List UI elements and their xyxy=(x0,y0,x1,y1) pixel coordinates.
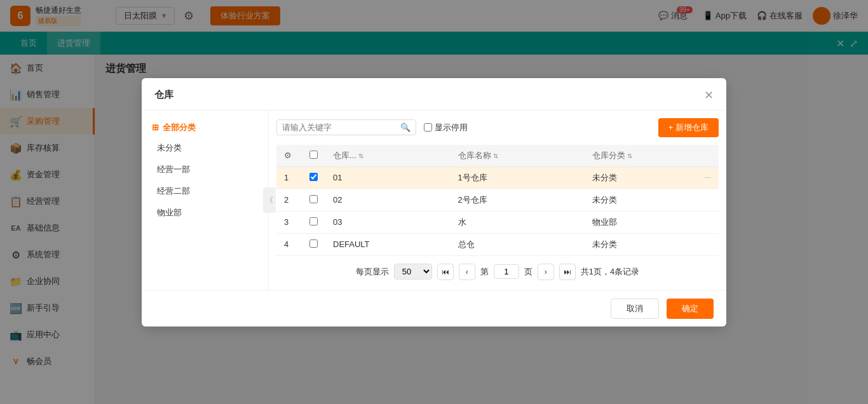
row-name: 1号仓库 xyxy=(451,166,585,189)
next-page-button[interactable]: › xyxy=(538,264,554,280)
row-checkbox[interactable] xyxy=(302,166,325,189)
modal-title: 仓库 xyxy=(154,89,173,101)
category-item-unclassified[interactable]: 未分类 xyxy=(142,137,268,159)
collapse-panel-button[interactable]: 《 xyxy=(263,187,276,213)
first-page-button[interactable]: ⏮ xyxy=(437,264,454,280)
row-code: 02 xyxy=(325,189,451,211)
table-row[interactable]: 2 02 2号仓库 未分类 xyxy=(276,189,719,211)
category-panel: ⊞ 全部分类 《 未分类 经营一部 经营二部 物业部 xyxy=(142,111,269,290)
modal-overlay: 仓库 ✕ ⊞ 全部分类 《 未分类 经营一部 经营二部 物业部 xyxy=(0,0,868,404)
row-index: 4 xyxy=(276,233,302,255)
row-category: 物业部 xyxy=(585,211,719,233)
row-index: 3 xyxy=(276,211,302,233)
sort-icon-name[interactable]: ⇅ xyxy=(493,152,498,159)
search-icon[interactable]: 🔍 xyxy=(400,123,410,132)
row-checkbox[interactable] xyxy=(302,233,325,255)
warehouse-modal: 仓库 ✕ ⊞ 全部分类 《 未分类 经营一部 经营二部 物业部 xyxy=(142,78,726,327)
row-index: 2 xyxy=(276,189,302,211)
table-row[interactable]: 1 01 1号仓库 未分类··· xyxy=(276,166,719,189)
row-code: 01 xyxy=(325,166,451,189)
show-disabled-check[interactable] xyxy=(424,123,432,131)
grid-icon: ⊞ xyxy=(152,123,159,132)
sort-icon-cat[interactable]: ⇅ xyxy=(627,152,632,159)
page-size-select[interactable]: 50 20 100 xyxy=(394,264,432,279)
settings-col: ⚙ xyxy=(276,145,302,167)
sort-icon[interactable]: ⇅ xyxy=(358,152,363,159)
select-all-checkbox[interactable] xyxy=(309,151,318,159)
category-item-property[interactable]: 物业部 xyxy=(142,202,268,224)
row-index: 1 xyxy=(276,166,302,189)
pagination: 每页显示 50 20 100 ⏮ ‹ 第 页 › ⏭ 共1页，4条记录 xyxy=(276,256,719,283)
col-name: 仓库名称 ⇅ xyxy=(451,145,585,167)
row-category: 未分类··· xyxy=(585,166,719,189)
table-row[interactable]: 3 03 水 物业部 xyxy=(276,211,719,233)
row-code: 03 xyxy=(325,211,451,233)
modal-close-button[interactable]: ✕ xyxy=(704,88,714,102)
row-category: 未分类 xyxy=(585,233,719,255)
row-name: 2号仓库 xyxy=(451,189,585,211)
table-panel: 🔍 显示停用 + 新增仓库 ⚙ xyxy=(269,111,726,290)
row-name: 总仓 xyxy=(451,233,585,255)
row-name: 水 xyxy=(451,211,585,233)
col-code: 仓库... ⇅ xyxy=(325,145,451,167)
confirm-button[interactable]: 确定 xyxy=(667,299,714,319)
checkbox-col xyxy=(302,145,325,167)
search-input[interactable] xyxy=(282,123,400,132)
col-category: 仓库分类 ⇅ xyxy=(585,145,719,167)
new-warehouse-button[interactable]: + 新增仓库 xyxy=(658,118,719,137)
row-checkbox[interactable] xyxy=(302,211,325,233)
prev-page-button[interactable]: ‹ xyxy=(459,264,475,280)
modal-body: ⊞ 全部分类 《 未分类 经营一部 经营二部 物业部 🔍 xyxy=(142,111,726,290)
table-toolbar: 🔍 显示停用 + 新增仓库 xyxy=(276,118,719,137)
category-item-ops2[interactable]: 经营二部 xyxy=(142,180,268,202)
table-header-row: ⚙ 仓库... ⇅ 仓库名称 ⇅ xyxy=(276,145,719,167)
modal-footer: 取消 确定 xyxy=(142,290,726,327)
cancel-button[interactable]: 取消 xyxy=(611,299,659,319)
last-page-button[interactable]: ⏭ xyxy=(559,264,576,280)
category-item-ops1[interactable]: 经营一部 xyxy=(142,159,268,180)
all-category-header[interactable]: ⊞ 全部分类 xyxy=(142,118,268,137)
row-checkbox[interactable] xyxy=(302,189,325,211)
warehouse-table: ⚙ 仓库... ⇅ 仓库名称 ⇅ xyxy=(276,145,719,256)
row-category: 未分类 xyxy=(585,189,719,211)
page-number-input[interactable] xyxy=(494,264,519,279)
row-code: DEFAULT xyxy=(325,233,451,255)
table-row[interactable]: 4 DEFAULT 总仓 未分类 xyxy=(276,233,719,255)
row-actions-icon[interactable]: ··· xyxy=(704,172,711,182)
modal-header: 仓库 ✕ xyxy=(142,78,726,111)
search-box: 🔍 xyxy=(276,119,416,135)
show-disabled-checkbox[interactable]: 显示停用 xyxy=(424,122,468,133)
